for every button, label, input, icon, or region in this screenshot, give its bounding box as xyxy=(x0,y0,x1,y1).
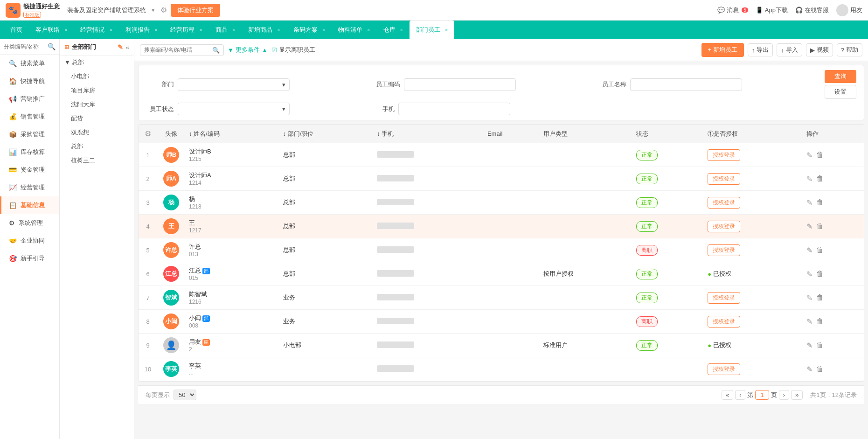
help-button[interactable]: ? 帮助 xyxy=(837,43,862,56)
sidebar-item-经营管理[interactable]: 📈经营管理 xyxy=(0,179,59,196)
message-icon-btn[interactable]: 💬 消息 5 xyxy=(717,6,748,14)
dept-item-总部[interactable]: 总部 xyxy=(60,139,134,153)
sidebar-item-采购管理[interactable]: 📦采购管理 xyxy=(0,125,59,143)
nav-tab-首页[interactable]: 首页 xyxy=(4,21,29,39)
show-resigned-toggle[interactable]: ☑ 显示离职员工 xyxy=(271,46,315,54)
dept-item-沈阳大库[interactable]: 沈阳大库 xyxy=(60,98,134,111)
auth-login-btn[interactable]: 授权登录 xyxy=(708,292,740,304)
auth-login-btn[interactable]: 授权登录 xyxy=(708,363,740,375)
close-tab-icon[interactable]: × xyxy=(154,27,157,33)
delete-icon[interactable]: 🗑 xyxy=(816,317,824,326)
dept-item-植树王二[interactable]: 植树王二 xyxy=(60,153,134,167)
sidebar-item-快捷导航[interactable]: 🏠快捷导航 xyxy=(0,72,59,90)
export-button[interactable]: ↑ 导出 xyxy=(748,43,773,56)
edit-icon[interactable]: ✎ xyxy=(806,222,812,231)
set-button[interactable]: 设置 xyxy=(825,85,856,99)
add-employee-button[interactable]: + 新增员工 xyxy=(701,43,744,57)
prev-page-btn[interactable]: ‹ xyxy=(735,390,745,400)
th-dept-pos[interactable]: ↕ 部门/职位 xyxy=(279,125,374,143)
first-page-btn[interactable]: « xyxy=(722,390,733,400)
dept-edit-icon[interactable]: ✎ xyxy=(118,43,123,51)
sidebar-item-销售管理[interactable]: 💰销售管理 xyxy=(0,108,59,125)
app-download-btn[interactable]: 📱 App下载 xyxy=(756,6,788,14)
per-page-select[interactable]: 50 xyxy=(174,390,196,400)
query-button[interactable]: 查询 xyxy=(825,70,856,83)
delete-icon[interactable]: 🗑 xyxy=(816,151,824,160)
auth-login-btn[interactable]: 授权登录 xyxy=(708,221,740,232)
sidebar-item-基础信息[interactable]: 📋基础信息 xyxy=(0,196,59,214)
close-tab-icon[interactable]: × xyxy=(400,27,403,33)
last-page-btn[interactable]: » xyxy=(791,390,803,400)
trial-button[interactable]: 体验行业方案 xyxy=(171,4,220,17)
edit-icon[interactable]: ✎ xyxy=(806,246,812,255)
emp-name-input[interactable] xyxy=(630,78,742,91)
sidebar-item-企业协同[interactable]: 🤝企业协同 xyxy=(0,232,59,250)
nav-tab-经营情况[interactable]: 经营情况× xyxy=(74,21,118,39)
sidebar-search-input[interactable] xyxy=(4,43,48,50)
edit-icon[interactable]: ✎ xyxy=(806,341,812,350)
delete-icon[interactable]: 🗑 xyxy=(816,246,824,255)
close-tab-icon[interactable]: × xyxy=(322,27,325,33)
auth-login-btn[interactable]: 授权登录 xyxy=(708,244,740,256)
close-tab-icon[interactable]: × xyxy=(109,27,112,33)
nav-tab-利润报告[interactable]: 利润报告× xyxy=(119,21,164,39)
dept-item-小电部[interactable]: 小电部 xyxy=(60,70,134,84)
dept-item-双鹿想[interactable]: 双鹿想 xyxy=(60,125,134,139)
sidebar-item-新手引导[interactable]: 🎯新手引导 xyxy=(0,250,59,267)
delete-icon[interactable]: 🗑 xyxy=(816,293,824,302)
auth-login-btn[interactable]: 授权登录 xyxy=(708,197,740,209)
delete-icon[interactable]: 🗑 xyxy=(816,198,824,207)
online-service-btn[interactable]: 🎧 在线客服 xyxy=(795,6,829,14)
edit-icon[interactable]: ✎ xyxy=(806,174,812,183)
delete-icon[interactable]: 🗑 xyxy=(816,365,824,374)
sidebar-item-搜索菜单[interactable]: 🔍搜索菜单 xyxy=(0,55,59,72)
dept-item-总部[interactable]: ▼ 总部 xyxy=(60,56,134,70)
phone-input[interactable] xyxy=(398,103,510,115)
sidebar-item-系统管理[interactable]: ⚙系统管理 xyxy=(0,214,59,232)
employee-search-input[interactable] xyxy=(144,47,209,53)
emp-status-select[interactable]: ▾ xyxy=(178,103,290,115)
auth-login-btn[interactable]: 授权登录 xyxy=(708,149,740,161)
delete-icon[interactable]: 🗑 xyxy=(816,341,824,350)
more-filter-btn[interactable]: ▼ 更多条件 ▲ xyxy=(228,46,268,54)
dept-filter-select[interactable]: ▾ xyxy=(178,78,290,91)
nav-tab-部门员工[interactable]: 部门员工× xyxy=(410,21,454,39)
import-button[interactable]: ↓ 导入 xyxy=(777,43,802,56)
delete-icon[interactable]: 🗑 xyxy=(816,222,824,231)
sidebar-item-营销推广[interactable]: 📢营销推广 xyxy=(0,90,59,108)
nav-tab-条码方案[interactable]: 条码方案× xyxy=(287,21,332,39)
close-tab-icon[interactable]: × xyxy=(367,27,370,33)
close-tab-icon[interactable]: × xyxy=(199,27,202,33)
close-tab-icon[interactable]: × xyxy=(445,27,448,33)
nav-tab-客户联络[interactable]: 客户联络× xyxy=(29,21,74,39)
edit-icon[interactable]: ✎ xyxy=(806,365,812,374)
close-tab-icon[interactable]: × xyxy=(64,27,67,33)
show-resigned-checkbox[interactable]: ☑ xyxy=(271,47,277,54)
th-phone[interactable]: ↕ 手机 xyxy=(373,125,484,143)
nav-tab-商品[interactable]: 商品× xyxy=(209,21,242,39)
edit-icon[interactable]: ✎ xyxy=(806,270,812,279)
dept-item-配货[interactable]: 配货 xyxy=(60,111,134,125)
sidebar-item-库存核算[interactable]: 📊库存核算 xyxy=(0,143,59,161)
dept-collapse-icon[interactable]: « xyxy=(126,44,129,51)
nav-tab-经营历程[interactable]: 经营历程× xyxy=(164,21,208,39)
nav-tab-仓库[interactable]: 仓库× xyxy=(377,21,410,39)
dept-item-项目库房[interactable]: 项目库房 xyxy=(60,84,134,98)
user-avatar-btn[interactable]: 用友 xyxy=(836,4,862,16)
nav-tab-新增商品[interactable]: 新增商品× xyxy=(242,21,286,39)
edit-icon[interactable]: ✎ xyxy=(806,198,812,207)
edit-icon[interactable]: ✎ xyxy=(806,151,812,160)
th-settings[interactable]: ⚙ xyxy=(139,125,157,143)
sidebar-item-资金管理[interactable]: 💳资金管理 xyxy=(0,161,59,179)
emp-code-input[interactable] xyxy=(404,78,516,91)
edit-icon[interactable]: ✎ xyxy=(806,317,812,326)
edit-icon[interactable]: ✎ xyxy=(806,293,812,302)
th-name-code[interactable]: ↕ 姓名/编码 xyxy=(185,125,279,143)
delete-icon[interactable]: 🗑 xyxy=(816,270,824,279)
close-tab-icon[interactable]: × xyxy=(277,27,280,33)
auth-login-btn[interactable]: 授权登录 xyxy=(708,173,740,185)
nav-tab-物料清单[interactable]: 物料清单× xyxy=(332,21,376,39)
settings-icon[interactable]: ⚙ xyxy=(160,6,167,14)
close-tab-icon[interactable]: × xyxy=(232,27,235,33)
dropdown-arrow-icon[interactable]: ▾ xyxy=(152,7,155,14)
